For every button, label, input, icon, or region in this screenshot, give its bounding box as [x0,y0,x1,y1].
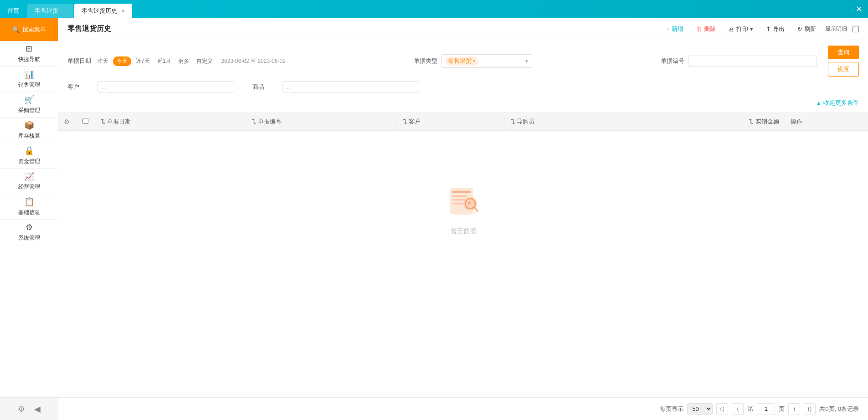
th-customer-label: ⇅ 客户 [402,118,421,125]
tab-retail-return-history[interactable]: 零售退货历史 × [74,4,132,18]
sidebar-item-basic-info[interactable]: 📋 基础信息 [0,194,58,220]
table-area: ⚙ ⇅ 单据日期 ⇅ 单据编号 ⇅ 客户 [58,113,868,397]
tab-retail-return-history-label: 零售退货历史 [82,7,117,15]
date-btn-yesterday[interactable]: 昨天 [95,56,111,66]
date-btn-more[interactable]: 更多 [175,56,192,66]
window-close-button[interactable]: ✕ [850,0,868,18]
sidebar-item-quick-nav-label: 快捷导航 [18,56,40,63]
per-page-select[interactable]: 50 100 200 [687,403,713,415]
th-customer: ⇅ 客户 [396,113,504,131]
print-icon: 🖨 [729,26,734,32]
sidebar-item-sales-label: 销售管理 [18,81,40,89]
type-dropdown-arrow-icon: ▾ [525,58,528,64]
th-guide-label: ⇅ 导购员 [510,118,535,125]
delete-button[interactable]: 🗑 删除 [693,23,719,35]
inventory-icon: 📦 [24,120,34,130]
settings-footer-icon[interactable]: ⚙ [18,404,25,414]
type-tag-close-icon[interactable]: × [473,58,475,64]
filter-row-2: 客户 ... 商品 ... [67,81,859,92]
show-detail-checkbox[interactable] [853,26,859,32]
header-actions: + 新增 🗑 删除 🖨 打印 ▾ ⬆ 导出 ↻ 刷新 [663,23,859,35]
set-button[interactable]: 设置 [828,62,859,77]
tab-retail-return-close[interactable]: × [63,8,66,14]
tab-list: 首页 零售退货 × 零售退货历史 × [0,0,850,18]
sales-icon: 📊 [24,69,34,79]
date-filter-group: 昨天 今天 近7天 近1月 更多 自定义 [95,56,216,66]
sidebar-item-sales[interactable]: 📊 销售管理 [0,67,58,92]
tab-retail-return-history-close[interactable]: × [122,8,125,14]
refresh-label: 刷新 [804,25,816,33]
delete-icon: 🗑 [696,26,702,32]
page-first-button[interactable]: ⟨⟨ [716,403,728,415]
collapse-footer-icon[interactable]: ◀ [34,404,41,414]
sidebar-search[interactable]: 🔍 搜索菜单 [0,18,58,41]
right-action-buttons: 查询 设置 [828,46,859,77]
collapse-up-icon: ▲ [816,100,822,107]
sidebar-item-inventory-label: 库存核算 [18,132,40,140]
tab-retail-return[interactable]: 零售退货 × [27,4,73,18]
sidebar-item-inventory[interactable]: 📦 库存核算 [0,118,58,143]
goods-input[interactable]: ... [282,81,419,92]
table-settings-icon[interactable]: ⚙ [64,118,70,125]
sidebar-item-quick-nav[interactable]: ⊞ 快捷导航 [0,41,58,67]
sidebar: 🔍 搜索菜单 ⊞ 快捷导航 📊 销售管理 🛒 采购管理 📦 库存核算 🔒 资金管… [0,18,58,420]
top-bar: 首页 零售退货 × 零售退货历史 × ✕ [0,0,868,18]
filter-row-1: 单据日期 昨天 今天 近7天 近1月 更多 自定义 2023-06-02 至 2… [67,46,859,77]
pagination: 每页显示 50 100 200 ⟨⟨ ⟨ 第 1 页 ⟩ ⟩⟩ 共0页, 0条记… [58,397,868,420]
refresh-button[interactable]: ↻ 刷新 [794,23,820,35]
page-total-info: 共0页, 0条记录 [819,405,859,413]
date-range-display: 2023-06-02 至 2023-06-02 [221,57,285,65]
page-prev-button[interactable]: ⟨ [732,403,744,415]
sidebar-footer: ⚙ ◀ [0,397,58,420]
data-table: ⚙ ⇅ 单据日期 ⇅ 单据编号 ⇅ 客户 [58,113,868,263]
sidebar-item-system[interactable]: ⚙ 系统管理 [0,220,58,245]
page-unit-label: 页 [779,405,785,413]
page-next-button[interactable]: ⟩ [788,403,800,415]
empty-illustration [441,176,486,222]
sidebar-item-basic-info-label: 基础信息 [18,209,40,216]
type-filter-label: 单据类型 [414,57,437,65]
table-header: ⚙ ⇅ 单据日期 ⇅ 单据编号 ⇅ 客户 [58,113,868,131]
new-button[interactable]: + 新增 [663,23,687,35]
export-label: 导出 [773,25,785,33]
th-action-label: 操作 [791,118,802,125]
date-filter-label: 单据日期 [67,57,91,65]
sidebar-item-purchase[interactable]: 🛒 采购管理 [0,92,58,118]
th-number-label: ⇅ 单据编号 [252,118,282,125]
date-btn-7days[interactable]: 近7天 [133,56,153,66]
print-button[interactable]: 🖨 打印 ▾ [725,23,757,35]
sidebar-item-finance[interactable]: 🔒 资金管理 [0,143,58,169]
date-btn-1month[interactable]: 近1月 [154,56,174,66]
customer-input[interactable]: ... [98,81,234,92]
th-guide: ⇅ 导购员 [504,113,634,131]
basic-info-icon: 📋 [24,197,34,207]
th-number: ⇅ 单据编号 [246,113,396,131]
finance-icon: 🔒 [24,146,34,156]
export-button[interactable]: ⬆ 导出 [762,23,788,35]
type-tag-label: 零售退货 [448,57,472,65]
content-area: 零售退货历史 + 新增 🗑 删除 🖨 打印 ▾ ⬆ 导出 [58,18,868,420]
svg-rect-4 [452,199,465,200]
quick-nav-icon: ⊞ [26,44,32,54]
empty-text: 暂无数据 [451,227,476,236]
date-btn-custom[interactable]: 自定义 [194,56,216,66]
new-label: 新增 [672,25,683,33]
query-button[interactable]: 查询 [828,46,859,59]
type-tag: 零售退货 × [445,56,478,66]
tab-home[interactable]: 首页 [0,4,26,18]
system-icon: ⚙ [26,222,33,232]
sidebar-item-business[interactable]: 📈 经营管理 [0,169,58,194]
th-amount-label: ⇅ 实销金额 [749,118,779,125]
sidebar-search-label: 搜索菜单 [22,26,46,34]
voucher-input[interactable] [688,56,817,67]
sidebar-item-system-label: 系统管理 [18,234,40,242]
type-select[interactable]: 零售退货 × ▾ [441,54,532,68]
th-action: 操作 [785,113,868,131]
delete-label: 删除 [704,25,716,33]
page-last-button[interactable]: ⟩⟩ [804,403,816,415]
date-btn-today[interactable]: 今天 [113,56,131,66]
customer-placeholder: ... [102,83,107,90]
collapse-button[interactable]: ▲ 收起更多条件 [816,99,859,107]
select-all-checkbox[interactable] [82,118,88,124]
page-number-input[interactable]: 1 [757,403,775,415]
